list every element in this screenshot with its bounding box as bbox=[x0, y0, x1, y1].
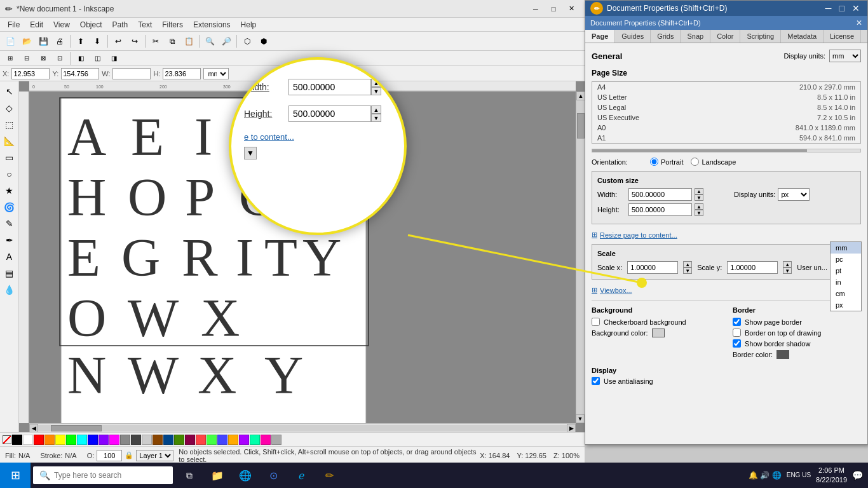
zoom-height-input[interactable] bbox=[288, 105, 371, 122]
y-input[interactable] bbox=[61, 68, 99, 79]
show-page-border-checkbox[interactable] bbox=[733, 318, 741, 326]
portrait-option[interactable]: Portrait bbox=[650, 158, 683, 166]
export-btn[interactable]: ⬇ bbox=[90, 34, 105, 49]
palette-yellow[interactable] bbox=[55, 435, 65, 445]
page-size-usexec[interactable]: US Executive 7.2 x 10.5 in bbox=[592, 112, 860, 123]
zoom-in-btn[interactable]: 🔍 bbox=[202, 34, 217, 49]
tab-grids[interactable]: Grids bbox=[651, 30, 681, 43]
scroll-left-btn[interactable]: ◀ bbox=[29, 424, 38, 433]
h-scrollbar[interactable]: ◀ ▶ bbox=[29, 423, 576, 432]
page-size-uslegal[interactable]: US Legal 8.5 x 14.0 in bbox=[592, 102, 860, 112]
panel-minimize[interactable]: ─ bbox=[823, 3, 834, 13]
palette-red[interactable] bbox=[34, 435, 44, 445]
page-size-a0[interactable]: A0 841.0 x 1189.0 mm bbox=[592, 123, 860, 133]
panel-close[interactable]: ✕ bbox=[850, 3, 862, 13]
viewbox-btn[interactable]: ⊞ Viewbox... bbox=[592, 286, 861, 294]
menu-filters[interactable]: Filters bbox=[157, 19, 188, 30]
group-btn[interactable]: ⬡ bbox=[240, 34, 255, 49]
chrome-btn[interactable]: ⊙ bbox=[262, 464, 285, 487]
measure-tool[interactable]: 📐 bbox=[2, 133, 17, 149]
zoom-resize-link[interactable]: e to content... bbox=[244, 132, 391, 142]
height-spin-up[interactable]: ▲ bbox=[695, 203, 703, 210]
width-spin-up[interactable]: ▲ bbox=[695, 188, 703, 194]
palette-purple[interactable] bbox=[98, 435, 109, 445]
v-scroll-thumb[interactable] bbox=[577, 113, 585, 139]
height-spin-down[interactable]: ▼ bbox=[695, 210, 703, 216]
landscape-option[interactable]: Landscape bbox=[691, 158, 736, 166]
zoom-width-input[interactable] bbox=[288, 79, 371, 95]
tab-scripting[interactable]: Scripting bbox=[740, 30, 781, 43]
opacity-input[interactable] bbox=[97, 450, 122, 461]
show-border-shadow-checkbox[interactable] bbox=[733, 339, 741, 348]
landscape-radio[interactable] bbox=[691, 158, 699, 166]
align-left-btn[interactable]: ◧ bbox=[73, 51, 88, 66]
x-input[interactable] bbox=[11, 68, 50, 79]
menu-view[interactable]: View bbox=[48, 19, 75, 30]
page-size-a1[interactable]: A1 594.0 x 841.0 mm bbox=[592, 133, 860, 143]
menu-help[interactable]: Help bbox=[236, 19, 262, 30]
select-tool[interactable]: ↖ bbox=[2, 84, 17, 99]
pencil-tool[interactable]: ✎ bbox=[2, 216, 17, 231]
redo-btn[interactable]: ↪ bbox=[127, 34, 142, 49]
units-option-in[interactable]: in bbox=[831, 276, 861, 288]
notification-btn[interactable]: 💬 bbox=[852, 470, 863, 480]
align-right-btn[interactable]: ◨ bbox=[106, 51, 121, 66]
zoom-scroll-btn[interactable]: ▼ bbox=[244, 147, 257, 159]
zoom-width-down[interactable]: ▼ bbox=[371, 87, 381, 95]
palette-orange[interactable] bbox=[44, 435, 55, 445]
text-tool[interactable]: A bbox=[2, 249, 17, 264]
scale-y-input[interactable] bbox=[727, 261, 778, 274]
scroll-up-btn[interactable]: ▲ bbox=[576, 92, 585, 100]
ungroup-btn[interactable]: ⬢ bbox=[256, 34, 271, 49]
height-input[interactable] bbox=[628, 203, 692, 216]
align-btn-1[interactable]: ⊡ bbox=[52, 51, 67, 66]
palette-lightblue[interactable] bbox=[217, 435, 227, 445]
w-input[interactable] bbox=[112, 68, 151, 79]
palette-gold[interactable] bbox=[228, 435, 238, 445]
layer-select[interactable]: Layer 1 bbox=[136, 450, 173, 461]
resize-page-btn[interactable]: ⊞ Resize page to content... bbox=[592, 231, 861, 239]
palette-gray[interactable] bbox=[120, 435, 130, 445]
minimize-button[interactable]: ─ bbox=[527, 3, 544, 15]
open-btn[interactable]: 📂 bbox=[19, 34, 34, 49]
taskbar-search-input[interactable] bbox=[54, 471, 162, 480]
copy-btn[interactable]: ⧉ bbox=[165, 34, 180, 49]
scale-x-spin-down[interactable]: ▼ bbox=[683, 268, 692, 274]
new-btn[interactable]: 📄 bbox=[3, 34, 18, 49]
callig-tool[interactable]: ✒ bbox=[2, 233, 17, 248]
scroll-right-btn[interactable]: ▶ bbox=[567, 424, 576, 433]
circle-tool[interactable]: ○ bbox=[2, 166, 17, 182]
panel-maximize[interactable]: □ bbox=[837, 3, 847, 13]
maximize-button[interactable]: □ bbox=[545, 3, 562, 15]
palette-green[interactable] bbox=[66, 435, 76, 445]
border-on-top-checkbox[interactable] bbox=[733, 329, 741, 337]
scale-y-spin-up[interactable]: ▲ bbox=[783, 261, 792, 268]
zoom-tool[interactable]: ⬚ bbox=[2, 117, 17, 132]
palette-lightred[interactable] bbox=[196, 435, 206, 445]
palette-maroon[interactable] bbox=[185, 435, 195, 445]
taskbar-search-box[interactable]: 🔍 bbox=[33, 466, 173, 484]
star-tool[interactable]: ★ bbox=[2, 183, 17, 198]
snap-btn-1[interactable]: ⊞ bbox=[3, 51, 18, 66]
units-option-pt[interactable]: pt bbox=[831, 265, 861, 276]
h-input[interactable] bbox=[163, 68, 201, 79]
snap-btn-3[interactable]: ⊠ bbox=[36, 51, 51, 66]
node-tool[interactable]: ◇ bbox=[2, 100, 17, 116]
gradient-tool[interactable]: ▤ bbox=[2, 266, 17, 281]
border-color-swatch[interactable] bbox=[776, 350, 789, 359]
palette-magenta[interactable] bbox=[109, 435, 119, 445]
width-spin-down[interactable]: ▼ bbox=[695, 194, 703, 201]
v-scrollbar[interactable]: ▲ ▼ bbox=[576, 92, 585, 423]
palette-black[interactable] bbox=[12, 435, 22, 445]
palette-violet[interactable] bbox=[239, 435, 249, 445]
print-btn[interactable]: 🖨 bbox=[52, 34, 67, 49]
ie-btn[interactable]: ℯ bbox=[290, 464, 313, 487]
palette-brown[interactable] bbox=[153, 435, 163, 445]
undo-btn[interactable]: ↩ bbox=[111, 34, 126, 49]
palette-lightgray[interactable] bbox=[142, 435, 152, 445]
scale-x-spin-up[interactable]: ▲ bbox=[683, 261, 692, 268]
bg-color-swatch[interactable] bbox=[652, 329, 665, 337]
spiral-tool[interactable]: 🌀 bbox=[2, 200, 17, 215]
paste-btn[interactable]: 📋 bbox=[181, 34, 196, 49]
list-scrollbar[interactable] bbox=[592, 149, 861, 152]
